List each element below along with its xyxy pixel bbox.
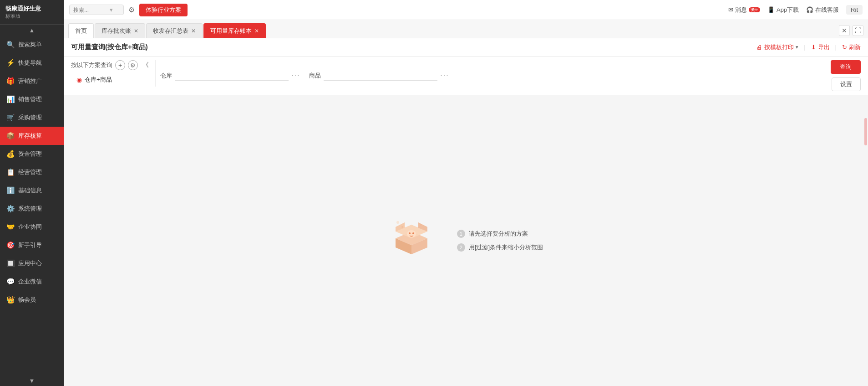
topbar-search-box[interactable]: ▾	[69, 5, 124, 15]
warehouse-filter: 仓库 ···	[160, 71, 300, 81]
tab-inventory-batch[interactable]: 库存批次账 ✕	[95, 23, 145, 38]
warehouse-more-btn[interactable]: ···	[291, 72, 300, 80]
sidebar-item-label: 应用中心	[18, 259, 42, 268]
sidebar-item-label: 畅会员	[18, 296, 36, 304]
empty-illustration	[389, 213, 443, 268]
tip-text-2: 用[过滤]条件来缩小分析范围	[469, 243, 543, 252]
export-btn[interactable]: ⬇ 导出	[811, 43, 830, 51]
sidebar-item-label: 搜索菜单	[18, 41, 42, 49]
scheme-item-label: 仓库+商品	[85, 76, 112, 84]
tab-close-icon[interactable]: ✕	[134, 28, 138, 34]
tab-bar: 首页 库存批次账 ✕ 收发存汇总表 ✕ 可用量库存账本 ✕ ✕ ⛶	[64, 20, 868, 38]
search-dropdown-icon[interactable]: ▾	[110, 6, 113, 13]
expand-tab-btn[interactable]: ⛶	[853, 25, 863, 36]
sidebar-item-label: 营销推广	[18, 77, 42, 85]
scheme-label: 按以下方案查询	[71, 61, 112, 69]
search-input[interactable]	[73, 7, 110, 13]
app-download-btn[interactable]: 📱 App下载	[767, 6, 799, 14]
sidebar-item-member[interactable]: 👑 畅会员	[0, 291, 64, 309]
user-menu[interactable]: Rit	[846, 5, 863, 15]
gear-icon[interactable]: ⚙	[128, 5, 135, 14]
sidebar-item-system[interactable]: ⚙️ 系统管理	[0, 200, 64, 218]
tab-available-inventory-label: 可用量库存账本	[210, 27, 252, 35]
settings-btn[interactable]: 设置	[832, 77, 861, 91]
tab-close-icon[interactable]: ✕	[191, 28, 196, 34]
newguide-icon: 🎯	[6, 241, 15, 249]
sidebar-item-operations[interactable]: 📋 经营管理	[0, 163, 64, 181]
tip-num-1: 1	[457, 230, 465, 238]
sidebar-item-label: 企业协同	[18, 223, 42, 231]
tab-home-label: 首页	[75, 27, 87, 35]
warehouse-input[interactable]	[175, 71, 289, 81]
scheme-settings-btn[interactable]: ⚙	[128, 60, 138, 70]
message-btn[interactable]: ✉ 消息 99+	[728, 6, 760, 14]
tab-home[interactable]: 首页	[68, 23, 94, 38]
sidebar-item-enterprise[interactable]: 🤝 企业协同	[0, 218, 64, 236]
close-tab-btn[interactable]: ✕	[839, 25, 850, 36]
sidebar-item-inventory[interactable]: 📦 库存核算	[0, 127, 64, 145]
goods-more-btn[interactable]: ···	[440, 72, 449, 80]
app-version: 标准版	[5, 13, 58, 20]
sidebar-item-label: 快捷导航	[18, 59, 42, 67]
scroll-down-arrow[interactable]: ▼	[0, 375, 64, 386]
basicinfo-icon: ℹ️	[6, 186, 15, 195]
sidebar-item-label: 资金管理	[18, 150, 42, 158]
sidebar-item-wechat[interactable]: 💬 企业微信	[0, 273, 64, 291]
scheme-warehouse-goods[interactable]: ◉ 仓库+商品	[71, 73, 151, 87]
print-btn[interactable]: 🖨 按模板打印 ▾	[756, 43, 798, 51]
sidebar-item-sales[interactable]: 📊 销售管理	[0, 90, 64, 108]
sidebar-item-appcenter[interactable]: 🔲 应用中心	[0, 254, 64, 273]
quicknav-icon: ⚡	[6, 59, 15, 67]
tab-stock-summary[interactable]: 收发存汇总表 ✕	[146, 23, 203, 38]
tab-close-icon[interactable]: ✕	[254, 28, 259, 34]
refresh-btn[interactable]: ↻ 刷新	[842, 43, 861, 51]
sidebar-item-search[interactable]: 🔍 搜索菜单	[0, 36, 64, 54]
print-label: 按模板打印	[764, 43, 794, 51]
scheme-collapse-btn[interactable]: 《	[141, 61, 151, 69]
query-area: 按以下方案查询 + ⚙ 《 ◉ 仓库+商品 仓库 ··· 商品	[64, 57, 868, 95]
print-dropdown-arrow[interactable]: ▾	[796, 44, 798, 50]
sidebar-item-purchase[interactable]: 🛒 采购管理	[0, 108, 64, 127]
message-icon: ✉	[728, 6, 733, 13]
goods-input[interactable]	[324, 71, 437, 81]
query-btn[interactable]: 查询	[831, 60, 861, 74]
sales-icon: 📊	[6, 95, 15, 103]
message-label: 消息	[735, 6, 747, 14]
trial-btn[interactable]: 体验行业方案	[139, 4, 188, 16]
purchase-icon: 🛒	[6, 113, 15, 122]
tab-inventory-batch-label: 库存批次账	[102, 27, 131, 35]
search-icon: 🔍	[6, 41, 15, 49]
tab-available-inventory[interactable]: 可用量库存账本 ✕	[203, 23, 266, 38]
sidebar-item-newguide[interactable]: 🎯 新手引导	[0, 236, 64, 254]
sidebar-item-label: 经营管理	[18, 168, 42, 176]
export-icon: ⬇	[811, 44, 816, 51]
wechat-icon: 💬	[6, 278, 15, 286]
tip-item-2: 2 用[过滤]条件来缩小分析范围	[457, 243, 543, 252]
app-name: 畅康通好生意	[5, 5, 58, 13]
scheme-header: 按以下方案查询 + ⚙ 《	[71, 60, 151, 70]
phone-icon: 📱	[767, 6, 775, 13]
tabs-controls: ✕ ⛶	[839, 25, 863, 38]
svg-point-9	[401, 226, 403, 228]
sidebar-item-marketing[interactable]: 🎁 营销推广	[0, 72, 64, 90]
empty-tips: 1 请先选择要分析的方案 2 用[过滤]条件来缩小分析范围	[457, 230, 543, 252]
content-header: 可用量查询(按仓库+商品) 🖨 按模板打印 ▾ | ⬇ 导出 | ↻ 刷新	[64, 38, 868, 57]
goods-label: 商品	[309, 72, 321, 80]
sidebar-item-label: 基础信息	[18, 186, 42, 195]
online-service-label: 在线客服	[815, 6, 839, 14]
sidebar-item-quicknav[interactable]: ⚡ 快捷导航	[0, 54, 64, 72]
online-service-btn[interactable]: 🎧 在线客服	[806, 6, 839, 14]
marketing-icon: 🎁	[6, 77, 15, 85]
separator: |	[804, 44, 805, 51]
sidebar-item-label: 系统管理	[18, 205, 42, 213]
sidebar-item-label: 新手引导	[18, 241, 42, 249]
refresh-icon: ↻	[842, 44, 847, 51]
sidebar-nav: 🔍 搜索菜单 ⚡ 快捷导航 🎁 营销推广 📊 销售管理 🛒 采购管理 📦 库存核…	[0, 36, 64, 375]
sidebar-item-basicinfo[interactable]: ℹ️ 基础信息	[0, 181, 64, 200]
sidebar-item-finance[interactable]: 💰 资金管理	[0, 145, 64, 163]
header-actions: 🖨 按模板打印 ▾ | ⬇ 导出 | ↻ 刷新	[756, 43, 861, 51]
content-body: 1 请先选择要分析的方案 2 用[过滤]条件来缩小分析范围	[64, 95, 868, 386]
scheme-add-btn[interactable]: +	[115, 60, 125, 70]
scroll-up-arrow[interactable]: ▲	[0, 25, 64, 36]
sidebar-item-label: 销售管理	[18, 95, 42, 103]
